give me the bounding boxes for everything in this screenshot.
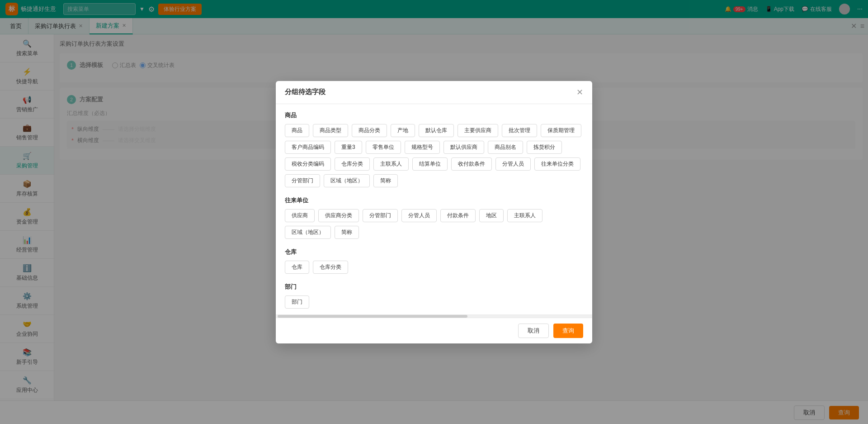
field-tag-partner-area[interactable]: 区域（地区） [285,226,331,239]
field-tag-partner-region[interactable]: 地区 [479,209,504,222]
field-tag-spec-model[interactable]: 规格型号 [405,141,440,154]
section-partner-fields: 供应商 供应商分类 分管部门 分管人员 付款条件 地区 主联系人 区域（地区） … [285,209,583,239]
field-tag-shelf-life[interactable]: 保质期管理 [541,124,581,137]
field-tag-goods-type[interactable]: 商品类型 [313,124,348,137]
field-tag-payment-terms[interactable]: 收付款条件 [451,157,492,171]
modal-hscroll-thumb [278,315,467,318]
field-tag-short-name[interactable]: 简称 [373,174,398,187]
field-tag-tax-code[interactable]: 税收分类编码 [285,157,331,171]
modal-confirm-button[interactable]: 查询 [553,324,583,338]
field-tag-pick-score[interactable]: 拣货积分 [527,141,562,154]
field-tag-region[interactable]: 区域（地区） [324,174,370,187]
field-tag-warehouse[interactable]: 仓库 [285,261,309,274]
field-tag-main-supplier[interactable]: 主要供应商 [458,124,498,137]
field-select-modal: 分组待选字段 ✕ 商品 商品 商品类型 商品分类 产地 默认仓库 主要供应商 批… [276,81,592,343]
field-tag-partner-category[interactable]: 往来单位分类 [534,157,580,171]
field-tag-origin[interactable]: 产地 [391,124,415,137]
modal-header: 分组待选字段 ✕ [276,81,592,104]
modal-body[interactable]: 商品 商品 商品类型 商品分类 产地 默认仓库 主要供应商 批次管理 保质期管理… [276,104,592,314]
section-department-fields: 部门 [285,295,583,309]
section-goods: 商品 商品 商品类型 商品分类 产地 默认仓库 主要供应商 批次管理 保质期管理… [285,111,583,187]
section-partner: 往来单位 供应商 供应商分类 分管部门 分管人员 付款条件 地区 主联系人 区域… [285,196,583,239]
field-tag-default-warehouse[interactable]: 默认仓库 [419,124,454,137]
modal-overlay: 分组待选字段 ✕ 商品 商品 商品类型 商品分类 产地 默认仓库 主要供应商 批… [0,0,868,424]
section-department-title: 部门 [285,283,583,291]
field-tag-settlement-unit[interactable]: 结算单位 [412,157,448,171]
field-tag-manager[interactable]: 分管人员 [495,157,531,171]
field-tag-warehouse-cat[interactable]: 仓库分类 [313,261,348,274]
field-tag-partner-contact[interactable]: 主联系人 [507,209,542,222]
section-goods-title: 商品 [285,111,583,119]
field-tag-main-contact[interactable]: 主联系人 [373,157,409,171]
field-tag-partner-short[interactable]: 简称 [335,226,359,239]
field-tag-retail-unit[interactable]: 零售单位 [366,141,401,154]
section-goods-fields: 商品 商品类型 商品分类 产地 默认仓库 主要供应商 批次管理 保质期管理 客户… [285,124,583,187]
field-tag-partner-manager[interactable]: 分管人员 [401,209,437,222]
field-tag-partner-payment[interactable]: 付款条件 [440,209,476,222]
field-tag-supplier[interactable]: 供应商 [285,209,315,222]
section-warehouse: 仓库 仓库 仓库分类 [285,248,583,274]
section-warehouse-title: 仓库 [285,248,583,256]
modal-cancel-button[interactable]: 取消 [518,324,549,338]
section-partner-title: 往来单位 [285,196,583,205]
field-tag-partner-dept[interactable]: 分管部门 [363,209,398,222]
field-tag-goods-alias[interactable]: 商品别名 [488,141,523,154]
section-department: 部门 部门 [285,283,583,309]
field-tag-default-supplier[interactable]: 默认供应商 [443,141,484,154]
field-tag-goods[interactable]: 商品 [285,124,309,137]
section-warehouse-fields: 仓库 仓库分类 [285,261,583,274]
field-tag-batch-mgmt[interactable]: 批次管理 [502,124,537,137]
modal-footer: 取消 查询 [276,318,592,343]
field-tag-dept[interactable]: 分管部门 [285,174,320,187]
field-tag-weight3[interactable]: 重量3 [335,141,362,154]
modal-horizontal-scrollbar[interactable] [276,314,592,318]
modal-title: 分组待选字段 [285,88,326,96]
modal-close-button[interactable]: ✕ [576,87,583,97]
field-tag-customer-code[interactable]: 客户商品编码 [285,141,331,154]
field-tag-department[interactable]: 部门 [285,295,309,309]
field-tag-goods-category[interactable]: 商品分类 [352,124,387,137]
field-tag-supplier-category[interactable]: 供应商分类 [318,209,359,222]
field-tag-warehouse-category[interactable]: 仓库分类 [335,157,370,171]
